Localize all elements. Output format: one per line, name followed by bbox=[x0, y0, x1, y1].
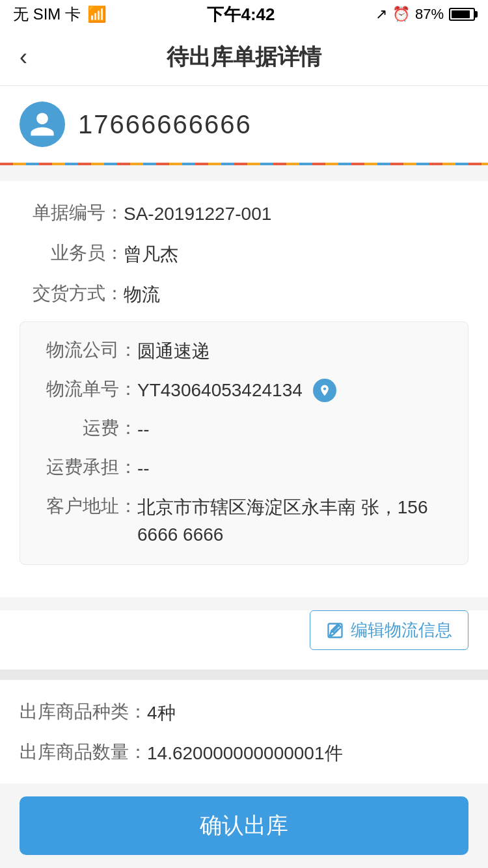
logistics-company-row: 物流公司： 圆通速递 bbox=[33, 338, 455, 365]
tracking-label: 物流单号： bbox=[33, 377, 137, 401]
goods-type-value: 4种 bbox=[147, 699, 468, 727]
tracking-value-row: YT43064053424134 bbox=[137, 377, 455, 404]
status-time: 下午4:42 bbox=[207, 3, 275, 26]
tracking-number: YT43064053424134 bbox=[137, 377, 303, 404]
freight-row: 运费： -- bbox=[33, 416, 455, 443]
tracking-row: 物流单号： YT43064053424134 bbox=[33, 377, 455, 404]
goods-quantity-label: 出库商品数量： bbox=[20, 740, 147, 765]
doc-number-label: 单据编号： bbox=[20, 200, 124, 225]
avatar bbox=[20, 102, 65, 147]
logistics-section: 物流公司： 圆通速递 物流单号： YT43064053424134 运费： --… bbox=[20, 321, 468, 565]
battery-icon bbox=[449, 8, 475, 21]
freight-label: 运费： bbox=[33, 416, 137, 441]
staff-value: 曾凡杰 bbox=[124, 241, 468, 268]
dashed-divider bbox=[0, 163, 488, 168]
edit-btn-row: 编辑物流信息 bbox=[0, 610, 488, 670]
goods-section: 出库商品种类： 4种 出库商品数量： 14.620000000000001件 bbox=[0, 680, 488, 800]
status-left: 无 SIM 卡 📶 bbox=[13, 4, 107, 25]
user-phone: 17666666666 bbox=[78, 110, 252, 139]
goods-quantity-value: 14.620000000000001件 bbox=[147, 740, 468, 767]
delivery-row: 交货方式： 物流 bbox=[20, 281, 468, 308]
confirm-outbound-button[interactable]: 确认出库 bbox=[20, 796, 468, 855]
wifi-icon: 📶 bbox=[87, 5, 107, 23]
address-value: 北京市市辖区海淀区永丰南 张，156 6666 6666 bbox=[137, 494, 455, 549]
confirm-btn-label: 确认出库 bbox=[200, 811, 288, 841]
freight-value: -- bbox=[137, 416, 455, 443]
user-header: 17666666666 bbox=[0, 86, 488, 163]
confirm-btn-wrapper: 确认出库 bbox=[0, 783, 488, 868]
status-bar: 无 SIM 卡 📶 下午4:42 ↗ ⏰ 87% bbox=[0, 0, 488, 29]
carrier-text: 无 SIM 卡 bbox=[13, 4, 81, 25]
address-row: 客户地址： 北京市市辖区海淀区永丰南 张，156 6666 6666 bbox=[33, 494, 455, 549]
edit-icon bbox=[326, 621, 344, 640]
address-label: 客户地址： bbox=[33, 494, 137, 519]
status-right: ↗ ⏰ 87% bbox=[375, 6, 475, 23]
back-button[interactable]: ‹ bbox=[20, 44, 27, 71]
location-arrow-icon: ↗ bbox=[375, 6, 387, 23]
alarm-icon: ⏰ bbox=[392, 6, 410, 23]
section-separator bbox=[0, 670, 488, 680]
edit-logistics-button[interactable]: 编辑物流信息 bbox=[310, 610, 468, 650]
document-info-section: 单据编号： SA-20191227-001 业务员： 曾凡杰 交货方式： 物流 … bbox=[0, 181, 488, 597]
doc-number-value: SA-20191227-001 bbox=[124, 200, 468, 228]
goods-type-label: 出库商品种类： bbox=[20, 699, 147, 724]
goods-quantity-row: 出库商品数量： 14.620000000000001件 bbox=[20, 740, 468, 767]
delivery-label: 交货方式： bbox=[20, 281, 124, 306]
map-pin-icon bbox=[318, 384, 331, 397]
doc-number-row: 单据编号： SA-20191227-001 bbox=[20, 200, 468, 228]
user-avatar-icon bbox=[28, 110, 57, 139]
freight-bearer-value: -- bbox=[137, 455, 455, 482]
page-title: 待出库单据详情 bbox=[167, 42, 321, 72]
nav-bar: ‹ 待出库单据详情 bbox=[0, 29, 488, 86]
delivery-value: 物流 bbox=[124, 281, 468, 308]
freight-bearer-label: 运费承担： bbox=[33, 455, 137, 480]
logistics-company-label: 物流公司： bbox=[33, 338, 137, 362]
edit-btn-label: 编辑物流信息 bbox=[351, 619, 452, 642]
track-location-button[interactable] bbox=[313, 379, 336, 402]
staff-label: 业务员： bbox=[20, 241, 124, 265]
battery-text: 87% bbox=[415, 6, 444, 23]
goods-type-row: 出库商品种类： 4种 bbox=[20, 699, 468, 727]
logistics-company-value: 圆通速递 bbox=[137, 338, 455, 365]
freight-bearer-row: 运费承担： -- bbox=[33, 455, 455, 482]
staff-row: 业务员： 曾凡杰 bbox=[20, 241, 468, 268]
